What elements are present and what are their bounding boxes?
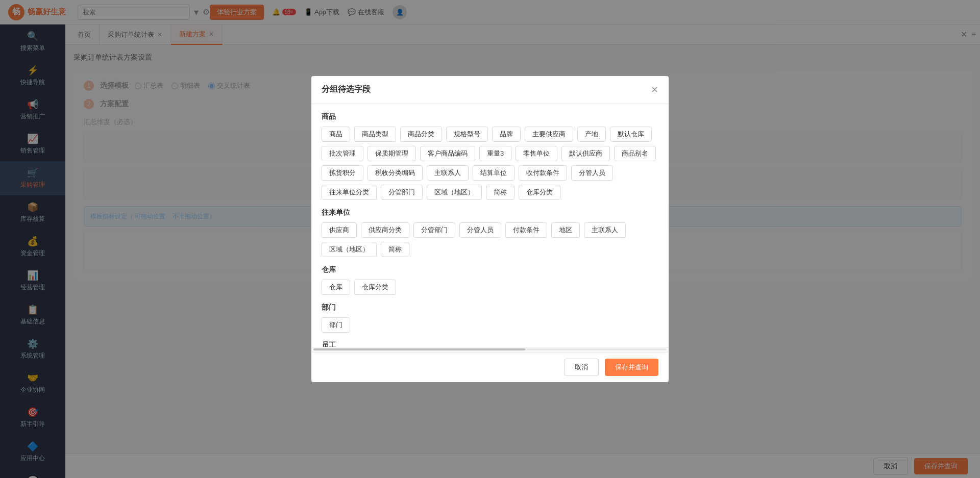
field-tags-partner: 供应商供应商分类分管部门分管人员付款条件地区主联系人区域（地区）简称	[322, 222, 658, 257]
field-tag-分管部门[interactable]: 分管部门	[381, 185, 423, 200]
section-title-commodity: 商品	[322, 112, 658, 121]
modal-dialog: 分组待选字段 ✕ 商品商品商品类型商品分类规格型号品牌主要供应商产地默认仓库批次…	[311, 76, 669, 382]
section-title-department: 部门	[322, 303, 658, 312]
field-tag-客户商品编码[interactable]: 客户商品编码	[420, 146, 475, 161]
section-department: 部门部门	[322, 303, 658, 333]
field-tag-主联系人[interactable]: 主联系人	[584, 222, 626, 238]
field-tag-收付款条件[interactable]: 收付款条件	[519, 165, 567, 181]
field-tags-commodity: 商品商品类型商品分类规格型号品牌主要供应商产地默认仓库批次管理保质期管理客户商品…	[322, 127, 658, 200]
field-tag-简称[interactable]: 简称	[381, 242, 409, 257]
field-tag-付款条件[interactable]: 付款条件	[505, 222, 547, 238]
field-tag-规格型号[interactable]: 规格型号	[446, 127, 488, 142]
field-tag-地区[interactable]: 地区	[551, 222, 580, 238]
field-tags-warehouse: 仓库仓库分类	[322, 280, 658, 295]
field-tag-分管人员[interactable]: 分管人员	[459, 222, 501, 238]
section-title-staff: 员工	[322, 341, 658, 347]
section-title-warehouse: 仓库	[322, 265, 658, 274]
modal-footer: 取消 保存并查询	[311, 352, 669, 382]
modal-cancel-button[interactable]: 取消	[564, 359, 599, 376]
field-tag-分管部门[interactable]: 分管部门	[413, 222, 455, 238]
field-tag-品牌[interactable]: 品牌	[492, 127, 521, 142]
field-tag-税收分类编码[interactable]: 税收分类编码	[368, 165, 423, 181]
modal-close-button[interactable]: ✕	[651, 84, 658, 95]
field-tag-零售单位[interactable]: 零售单位	[516, 146, 557, 161]
field-tag-分管人员[interactable]: 分管人员	[571, 165, 613, 181]
section-commodity: 商品商品商品类型商品分类规格型号品牌主要供应商产地默认仓库批次管理保质期管理客户…	[322, 112, 658, 200]
field-tag-主要供应商[interactable]: 主要供应商	[525, 127, 573, 142]
field-tag-商品别名[interactable]: 商品别名	[614, 146, 656, 161]
field-tag-区域（地区）[interactable]: 区域（地区）	[427, 185, 482, 200]
field-tag-默认仓库[interactable]: 默认仓库	[610, 127, 652, 142]
section-warehouse: 仓库仓库仓库分类	[322, 265, 658, 295]
field-tag-结算单位[interactable]: 结算单位	[473, 165, 514, 181]
field-tag-产地[interactable]: 产地	[577, 127, 606, 142]
field-tags-department: 部门	[322, 317, 658, 333]
field-tag-批次管理[interactable]: 批次管理	[322, 146, 363, 161]
modal-body: 商品商品商品类型商品分类规格型号品牌主要供应商产地默认仓库批次管理保质期管理客户…	[311, 104, 669, 347]
modal-save-button[interactable]: 保存并查询	[605, 359, 658, 376]
field-tag-供应商分类[interactable]: 供应商分类	[361, 222, 409, 238]
section-partner: 往来单位供应商供应商分类分管部门分管人员付款条件地区主联系人区域（地区）简称	[322, 208, 658, 257]
modal-title: 分组待选字段	[322, 84, 371, 95]
section-staff: 员工业务员	[322, 341, 658, 347]
field-tag-仓库[interactable]: 仓库	[322, 280, 350, 295]
modal-hscroll[interactable]	[311, 347, 669, 351]
field-tag-商品分类[interactable]: 商品分类	[400, 127, 442, 142]
field-tag-区域（地区）[interactable]: 区域（地区）	[322, 242, 377, 257]
field-tag-仓库分类[interactable]: 仓库分类	[354, 280, 396, 295]
field-tag-保质期管理[interactable]: 保质期管理	[368, 146, 416, 161]
field-tag-拣货积分[interactable]: 拣货积分	[322, 165, 363, 181]
modal-header: 分组待选字段 ✕	[311, 76, 669, 104]
field-tag-仓库分类[interactable]: 仓库分类	[519, 185, 560, 200]
field-tag-商品类型[interactable]: 商品类型	[354, 127, 396, 142]
field-tag-部门[interactable]: 部门	[322, 317, 350, 333]
modal-overlay: 分组待选字段 ✕ 商品商品商品类型商品分类规格型号品牌主要供应商产地默认仓库批次…	[0, 0, 980, 478]
field-tag-主联系人[interactable]: 主联系人	[427, 165, 469, 181]
field-tag-供应商[interactable]: 供应商	[322, 222, 357, 238]
field-tag-默认供应商[interactable]: 默认供应商	[561, 146, 610, 161]
field-tag-往来单位分类[interactable]: 往来单位分类	[322, 185, 377, 200]
section-title-partner: 往来单位	[322, 208, 658, 217]
field-tag-重量3[interactable]: 重量3	[479, 146, 511, 161]
field-tag-简称[interactable]: 简称	[486, 185, 514, 200]
field-tag-商品[interactable]: 商品	[322, 127, 350, 142]
